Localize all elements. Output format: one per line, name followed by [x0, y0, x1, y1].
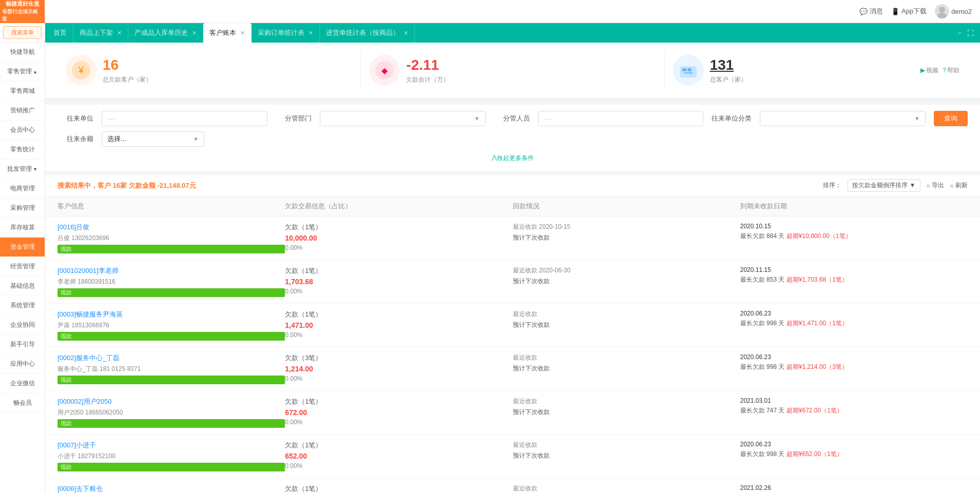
window-minimize-icon[interactable]: －: [956, 28, 963, 37]
overdue-info-cell: 2020.11.15 最长欠款 853 天 超期¥1,703.68（1笔）: [740, 266, 968, 284]
stat-card-debt-total: ◆ -2.11 欠款合计（万）: [361, 51, 664, 90]
overdue-link[interactable]: 超期¥1,703.68（1笔）: [786, 276, 848, 283]
sidebar-item-marketing[interactable]: 营销推广: [0, 101, 45, 121]
sidebar-item-wholesale[interactable]: 批发管理 ▼: [0, 160, 45, 179]
svg-rect-7: [682, 68, 686, 71]
customers-icon: [673, 55, 704, 86]
sidebar-item-label: 库存核算: [10, 223, 35, 232]
debtors-label: 总欠款客户（家）: [103, 75, 152, 84]
overdue-link[interactable]: 超期¥672.00（1笔）: [786, 407, 843, 414]
sidebar-item-membership[interactable]: 畅会员: [0, 393, 45, 413]
sort-select[interactable]: 按欠款金额倒序排序 ▼: [848, 179, 920, 192]
tab-controls: － ⛶: [952, 28, 978, 37]
sidebar-item-label: 批发管理: [7, 165, 32, 173]
overdue-date: 2021.03.01: [740, 397, 968, 404]
overdue-link[interactable]: 超期¥10,000.00（1笔）: [786, 232, 852, 240]
help-link[interactable]: ? 帮助: [943, 66, 959, 75]
overdue-link[interactable]: 超期¥652.00（1笔）: [786, 450, 843, 458]
tab-close-icon[interactable]: ✕: [240, 30, 245, 36]
chevron-up-icon: ⋀: [492, 154, 497, 163]
debt-amount: 1,214.00: [285, 365, 512, 373]
col-overdue: 到期未收款日期: [740, 202, 968, 211]
sidebar-item-operations[interactable]: 经营管理: [0, 257, 45, 277]
refresh-button[interactable]: ○ 刷新: [950, 181, 968, 190]
sidebar-item-members[interactable]: 会员中心: [0, 121, 45, 140]
sidebar-item-inventory[interactable]: 库存核算: [0, 218, 45, 238]
customer-name-link[interactable]: [0003]畅捷服务尹海蒸: [57, 310, 285, 319]
last-payment: 最近收款 2020-06-30: [513, 266, 740, 275]
category-select[interactable]: ▼: [760, 111, 926, 126]
tab-home[interactable]: 首页: [47, 23, 73, 43]
debt-count: 欠款（1笔）: [285, 223, 512, 232]
balance-select[interactable]: 选择... ▼: [102, 131, 204, 147]
sort-label: 排序：: [823, 181, 841, 190]
col-debt-info: 欠款交易信息（占比）: [285, 202, 512, 211]
customer-name-link[interactable]: [0002]服务中心_丁磊: [57, 353, 285, 363]
tab-product-history[interactable]: 产成品入库单历史 ✕: [128, 23, 203, 43]
customer-name-link[interactable]: [0016]吕俊: [57, 223, 285, 232]
tab-close-icon[interactable]: ✕: [403, 30, 408, 36]
table-header: 客户信息 欠款交易信息（占比） 回款情况 到期未收款日期: [45, 196, 980, 216]
source-unit-input[interactable]: ···: [102, 111, 267, 126]
sidebar-item-wechat[interactable]: 企业微信: [0, 374, 45, 393]
search-menu-button[interactable]: 搜索菜单: [3, 26, 42, 39]
stat-card-total-customers: 131 总客户（家） ▶ 视频 ? 帮助: [665, 51, 968, 90]
svg-rect-9: [684, 72, 693, 73]
video-link[interactable]: ▶ 视频: [920, 66, 938, 75]
sidebar-item-apps[interactable]: 应用中心: [0, 354, 45, 374]
sidebar-item-retail-mall[interactable]: 零售商城: [0, 82, 45, 101]
customer-info-cell: [0007]小进干 小进干 18279152100 现款: [57, 441, 285, 471]
tab-purchase-stats[interactable]: 采购订单统计表 ✕: [252, 23, 320, 43]
sidebar-item-finance[interactable]: 资金管理: [0, 238, 45, 257]
overdue-days: 最长欠款 998 天 超期¥652.00（1笔）: [740, 450, 968, 459]
collapse-filters-button[interactable]: ⋀ 收起更多条件: [57, 152, 968, 165]
result-amount-prefix: 欠款金额: [129, 182, 156, 189]
table-row: [0016]吕俊 吕俊 13026203696 现款 欠款（1笔） 10,000…: [45, 216, 980, 260]
customer-name-link[interactable]: [0006]去下粮仓: [57, 484, 285, 493]
refresh-icon: ○: [950, 182, 954, 189]
sidebar-search-area[interactable]: 搜索菜单: [0, 23, 45, 43]
sidebar-item-label: 新手引导: [10, 340, 35, 349]
manager-input[interactable]: ···: [538, 111, 704, 126]
debt-ratio: 0.00%: [285, 244, 512, 251]
tab-close-icon[interactable]: ✕: [309, 30, 313, 36]
balance-placeholder: 选择...: [107, 134, 126, 144]
tab-customer-ledger[interactable]: 客户账本 ✕: [203, 23, 252, 43]
download-button[interactable]: 📱 App下载: [891, 7, 927, 16]
message-button[interactable]: 💬 消息: [859, 7, 883, 16]
overdue-link[interactable]: 超期¥1,214.00（3笔）: [786, 363, 848, 370]
overdue-date: 2020.11.15: [740, 266, 968, 273]
tab-close-icon[interactable]: ✕: [117, 30, 122, 36]
filter-row-2: 往来余额 选择... ▼: [57, 131, 968, 147]
customer-name-link[interactable]: [0001020001]李老师: [57, 266, 285, 275]
overdue-link[interactable]: 超期¥1,471.00（1笔）: [786, 320, 848, 327]
sidebar-item-ecommerce[interactable]: 电商管理: [0, 179, 45, 199]
tab-close-icon[interactable]: ✕: [192, 30, 197, 36]
debt-count: 欠款（1笔）: [285, 397, 512, 406]
sidebar-item-system[interactable]: 系统管理: [0, 296, 45, 315]
dept-select[interactable]: ▼: [320, 111, 486, 126]
window-maximize-icon[interactable]: ⛶: [967, 29, 974, 37]
overdue-days: 最长欠款 747 天 超期¥672.00（1笔）: [740, 406, 968, 415]
overdue-date: 2020.06.23: [740, 353, 968, 361]
user-menu[interactable]: demo2: [935, 4, 972, 18]
sidebar-item-newbie[interactable]: 新手引导: [0, 335, 45, 354]
sidebar-item-enterprise[interactable]: 企业协同: [0, 315, 45, 335]
chevron-down-icon: ▼: [193, 136, 199, 142]
sidebar-item-basic-info[interactable]: 基础信息: [0, 277, 45, 296]
debt-ratio: 0.00%: [285, 331, 512, 339]
customer-name-link[interactable]: [0007]小进干: [57, 441, 285, 450]
tab-product-status[interactable]: 商品上下架 ✕: [73, 23, 128, 43]
debt-info-cell: 欠款（1笔） 652.00 0.00%: [285, 441, 512, 469]
export-button[interactable]: ○ 导出: [927, 181, 944, 190]
sidebar-item-purchase[interactable]: 采购管理: [0, 199, 45, 218]
query-button[interactable]: 查询: [934, 111, 968, 126]
debt-count: 欠款（3笔）: [285, 353, 512, 363]
customer-name-link[interactable]: [000002]用户2050: [57, 397, 285, 406]
sidebar-item-retail-stats[interactable]: 零售统计: [0, 140, 45, 160]
customer-info-cell: [0016]吕俊 吕俊 13026203696 现款: [57, 223, 285, 253]
recovery-info-cell: 最近收款 预计下次收款: [513, 310, 740, 329]
sidebar-item-label: 采购管理: [10, 204, 35, 212]
sidebar-item-retail-management[interactable]: 零售管理 ▲: [0, 62, 45, 82]
tab-purchase-goods-stats[interactable]: 进货单统计表（按商品） ✕: [320, 23, 415, 43]
